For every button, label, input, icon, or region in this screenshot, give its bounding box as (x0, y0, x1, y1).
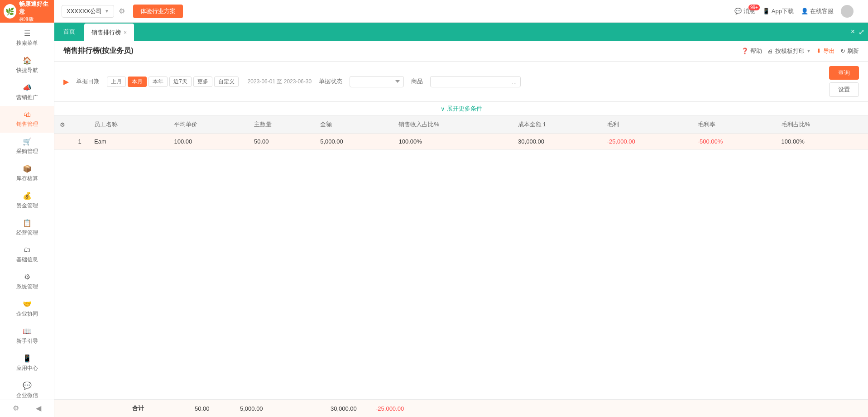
tab-home[interactable]: 首页 (54, 23, 84, 41)
footer-label: 合计 (132, 404, 144, 412)
sidebar-label-basic-info: 基础信息 (16, 256, 38, 264)
status-select[interactable] (350, 76, 404, 87)
sidebar-label-purchase: 采购管理 (16, 148, 38, 155)
collapse-sidebar-btn[interactable]: ◀ (36, 404, 41, 412)
wechat-icon: 💬 (23, 381, 32, 390)
tab-sales-ranking[interactable]: 销售排行榜 × (84, 24, 134, 42)
status-filter-label: 单据状态 (319, 77, 342, 86)
help-icon: ❓ (741, 48, 748, 54)
row-settings (54, 134, 71, 150)
refresh-icon: ↻ (840, 48, 845, 54)
print-dropdown-icon: ▼ (806, 48, 811, 53)
filter-action-buttons: 查询 设置 (829, 66, 859, 97)
sidebar-item-marketing[interactable]: 📣 营销推广 (0, 79, 54, 106)
goods-filter-label: 商品 (411, 77, 423, 86)
sidebar-item-sales[interactable]: 🛍 销售管理 (0, 106, 54, 133)
sidebar-item-finance[interactable]: 💰 资金管理 (0, 187, 54, 214)
message-button[interactable]: 💬 消息 99+ (734, 7, 755, 15)
tab-maximize-icon[interactable]: ⤢ (858, 28, 864, 36)
date-btn-last-7days[interactable]: 近7天 (169, 77, 192, 87)
filter-bar: ▶ 单据日期 上月 本月 本年 近7天 更多 自定义 2023-06-01 至 … (54, 62, 868, 102)
date-btn-this-year[interactable]: 本年 (149, 77, 168, 87)
sidebar-item-wechat[interactable]: 💬 企业微信 (0, 377, 54, 399)
sidebar-label-app: 应用中心 (16, 364, 38, 372)
sidebar-item-inventory[interactable]: 📦 库存核算 (0, 160, 54, 187)
tab-close-icon[interactable]: × (124, 29, 127, 36)
row-gross-rate: -500.00% (692, 134, 776, 150)
expand-label: 展开更多条件 (447, 105, 482, 113)
goods-filter-input[interactable]: ... (430, 76, 521, 87)
sidebar-label-sales: 销售管理 (16, 120, 38, 128)
date-btn-custom[interactable]: 自定义 (214, 77, 239, 87)
col-header-gross: 毛利 (602, 116, 692, 134)
company-selector[interactable]: XXXXXX公司 ▼ (62, 5, 114, 18)
sidebar-item-purchase[interactable]: 🛒 采购管理 (0, 133, 54, 160)
online-service-button[interactable]: 👤 在线客服 (801, 7, 834, 15)
footer-sales-pct (280, 405, 325, 412)
filter-expand-arrow[interactable]: ▶ (63, 77, 69, 86)
industry-plan-button[interactable]: 体验行业方案 (133, 5, 183, 18)
col-header-qty: 主数量 (249, 116, 315, 134)
sidebar-label-marketing: 营销推广 (16, 94, 38, 101)
help-label: 帮助 (750, 47, 762, 55)
topbar-settings-icon[interactable]: ⚙ (119, 7, 125, 15)
row-name: Eam (89, 134, 168, 150)
tab-right-buttons: × ⤢ (851, 28, 868, 36)
sales-ranking-table: ⚙ 员工名称 平均单价 主数量 全额 (54, 116, 868, 150)
row-sales-pct: 100.00% (393, 134, 513, 150)
company-dropdown-icon: ▼ (105, 9, 109, 14)
col-header-rank (71, 116, 89, 134)
expand-icon: ∨ (441, 105, 445, 112)
export-icon: ⬇ (816, 48, 821, 54)
table-footer: 合计 50.00 5,000.00 30,000.00 -25,000.00 (54, 399, 868, 417)
query-button[interactable]: 查询 (829, 66, 859, 80)
table-row[interactable]: 1 Eam 100.00 50.00 5,000.00 100.00% 30,0… (54, 134, 868, 150)
col-header-settings[interactable]: ⚙ (54, 116, 71, 134)
setting-button[interactable]: 设置 (829, 82, 859, 97)
sidebar-item-operation[interactable]: 📋 经营管理 (0, 214, 54, 241)
table-container: ⚙ 员工名称 平均单价 主数量 全额 (54, 116, 868, 399)
sidebar-label-search: 搜索菜单 (16, 39, 38, 47)
refresh-button[interactable]: ↻ 刷新 (840, 47, 859, 55)
company-name: XXXXXX公司 (67, 7, 102, 15)
help-button[interactable]: ❓ 帮助 (741, 47, 762, 55)
sidebar-label-guide: 新手引导 (16, 337, 38, 345)
expand-conditions-button[interactable]: ∨ 展开更多条件 (441, 105, 482, 113)
app-download-button[interactable]: 📱 App下载 (762, 7, 794, 15)
sidebar-item-app[interactable]: 📱 应用中心 (0, 350, 54, 377)
operation-icon: 📋 (23, 219, 32, 227)
filter-row: ▶ 单据日期 上月 本月 本年 近7天 更多 自定义 2023-06-01 至 … (63, 66, 859, 97)
tab-close-window-icon[interactable]: × (851, 28, 855, 36)
purchase-icon: 🛒 (23, 137, 32, 146)
topbar-right: 💬 消息 99+ 📱 App下载 👤 在线客服 (734, 5, 861, 18)
sidebar-label-finance: 资金管理 (16, 202, 38, 210)
refresh-label: 刷新 (847, 47, 859, 55)
print-button[interactable]: 🖨 按模板打印 ▼ (767, 47, 811, 55)
sidebar-item-enterprise[interactable]: 🤝 企业协同 (0, 295, 54, 322)
date-btn-more[interactable]: 更多 (193, 77, 212, 87)
row-cost: 30,000.00 (513, 134, 601, 150)
date-btn-last-month[interactable]: 上月 (107, 77, 126, 87)
settings-footer-btn[interactable]: ⚙ (13, 404, 19, 412)
guide-icon: 📖 (23, 327, 32, 336)
user-avatar[interactable] (841, 5, 854, 18)
sidebar-item-system[interactable]: ⚙ 系统管理 (0, 268, 54, 295)
marketing-icon: 📣 (23, 83, 32, 92)
sidebar-item-quick-nav[interactable]: 🏠 快捷导航 (0, 52, 54, 79)
footer-avg-price (144, 405, 189, 412)
export-button[interactable]: ⬇ 导出 (816, 47, 835, 55)
expand-conditions-row: ∨ 展开更多条件 (54, 102, 868, 116)
row-gross: -25,000.00 (602, 134, 692, 150)
tab-sales-ranking-label: 销售排行榜 (91, 29, 121, 37)
date-filter-buttons: 上月 本月 本年 近7天 更多 自定义 (107, 77, 239, 87)
date-btn-this-month[interactable]: 本月 (128, 77, 147, 87)
footer-amount: 5,000.00 (235, 405, 280, 412)
sidebar-item-search[interactable]: ☰ 搜索菜单 (0, 24, 54, 52)
message-badge: 99+ (748, 5, 760, 10)
sidebar-item-guide[interactable]: 📖 新手引导 (0, 322, 54, 350)
tab-home-label: 首页 (63, 28, 75, 36)
footer-cost: 30,000.00 (325, 405, 370, 412)
basic-info-icon: 🗂 (24, 246, 31, 254)
sidebar-item-basic-info[interactable]: 🗂 基础信息 (0, 241, 54, 268)
footer-values: 50.00 5,000.00 30,000.00 -25,000.00 (144, 405, 416, 412)
